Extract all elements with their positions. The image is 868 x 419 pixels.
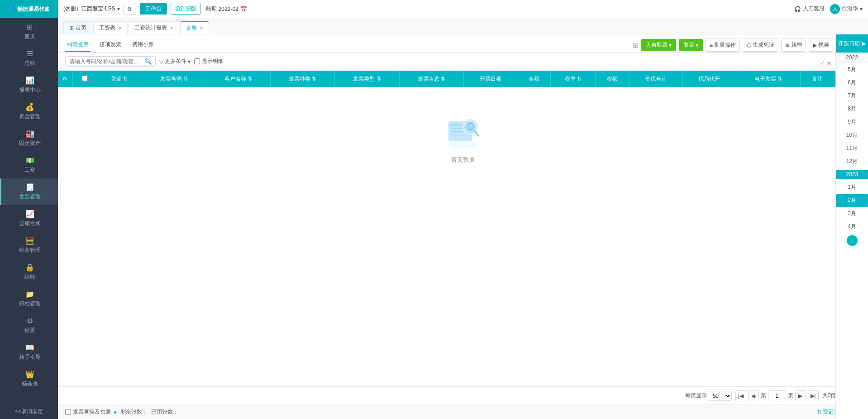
subtab-sales-invoice[interactable]: 销项发票: [65, 38, 91, 52]
switch-version-button[interactable]: 切到旧版: [171, 3, 200, 15]
show-detail-checkbox[interactable]: 显示明细: [194, 58, 224, 65]
month-2022-6[interactable]: 6月: [836, 76, 868, 89]
select-all-checkbox[interactable]: [82, 75, 88, 81]
per-page-selector: 每页显示 50 20 100: [685, 391, 732, 401]
tab-invoice[interactable]: 发票 ✕: [180, 21, 209, 34]
sidebar-item-assets[interactable]: 🏭 固定资产: [0, 125, 58, 152]
sidebar-item-invoice[interactable]: 🧾 发票管理: [0, 178, 58, 205]
close-invoice-tab[interactable]: ✕: [200, 26, 203, 31]
subtab-expense-receipt[interactable]: 费用小票: [130, 38, 156, 52]
col-amount[interactable]: 金额: [517, 71, 551, 87]
col-tax-total[interactable]: 价税合计: [629, 71, 682, 87]
month-2022-10[interactable]: 10月: [836, 129, 868, 142]
new-button[interactable]: ⊕ 新增: [781, 39, 806, 52]
company-selector[interactable]: (勿删）江西股宝-LSS ▾: [63, 5, 120, 13]
vip-icon: 👑: [25, 370, 34, 379]
tab-salary-table[interactable]: 工资表 ✕: [93, 21, 128, 34]
sort-icon: ⇅: [312, 76, 316, 82]
col-customer[interactable]: 客户名称 ⇅: [206, 71, 270, 87]
close-salary-table-tab[interactable]: ✕: [118, 25, 122, 30]
user-menu[interactable]: 人 徐溢华 ▾: [830, 4, 863, 14]
month-2022-11[interactable]: 11月: [836, 142, 868, 155]
col-invoice-cat[interactable]: 发票类型 ⇅: [335, 71, 399, 87]
video-button[interactable]: ▶ 视频: [809, 39, 833, 52]
sidebar-item-ledger[interactable]: ☰ 总账: [0, 45, 58, 72]
col-remark[interactable]: 备注: [800, 71, 834, 87]
close-panel-button[interactable]: ✕: [826, 60, 832, 67]
last-page-button[interactable]: ▶|: [808, 390, 819, 401]
prev-page-button[interactable]: ◀: [748, 390, 759, 401]
batch-ops-button[interactable]: ≡ 批量操作: [706, 39, 740, 52]
invoice-table: ⚙ 凭证 ⇅ 发票号码 ⇅ 客户名称 ⇅ 发票种类 ⇅: [58, 71, 868, 87]
tabbar: ⊞ 首页 工资表 ✕ 工资统计报表 ✕ 发票 ✕: [58, 18, 868, 34]
first-page-button[interactable]: |◀: [735, 390, 746, 401]
ticket-button[interactable]: 取票 ▾: [679, 39, 703, 51]
invoice-verify-checkbox[interactable]: 发票查验及拍照 ●: [65, 408, 117, 416]
sidebar-item-archive[interactable]: 📁 归档管理: [0, 285, 58, 312]
search-box[interactable]: 🔍: [65, 56, 156, 67]
sidebar-item-sales[interactable]: 📈 进销台账: [0, 205, 58, 232]
sort-icon: ⇅: [248, 76, 252, 82]
sort-icon: ⇅: [777, 76, 782, 82]
close-salary-stats-tab[interactable]: ✕: [170, 25, 173, 30]
grid-icon[interactable]: ⊞: [633, 41, 639, 49]
sales-icon: 📈: [25, 210, 34, 218]
sidebar-item-home[interactable]: ⊞ 首页: [0, 18, 58, 45]
logo-icon: 🔷: [9, 6, 15, 12]
scroll-down-button[interactable]: ↓: [847, 235, 858, 246]
svg-rect-4: [451, 131, 463, 132]
page-input[interactable]: [768, 390, 786, 401]
month-2023-2[interactable]: 2月: [836, 194, 868, 207]
empty-state: 暂无数据: [58, 87, 868, 191]
maximize-panel-button[interactable]: ⤢: [820, 60, 825, 66]
col-checkbox[interactable]: [72, 71, 97, 87]
col-tax-rate[interactable]: 税率 ⇅: [551, 71, 596, 87]
month-2022-8[interactable]: 8月: [836, 102, 868, 116]
show-detail-check[interactable]: [194, 58, 200, 64]
no-ticket-button[interactable]: 无自取票 ▾: [641, 39, 676, 51]
sidebar-item-reports[interactable]: 📊 报表中心: [0, 72, 58, 98]
copy-button[interactable]: ⧉: [124, 4, 136, 14]
video-icon: ▶: [813, 42, 817, 48]
filter-icon: ▽: [159, 58, 163, 65]
sidebar-item-vip[interactable]: 👑 畅会员: [0, 366, 58, 392]
sidebar-item-settings[interactable]: ⚙ 设置: [0, 312, 58, 339]
tab-salary-stats[interactable]: 工资统计报表 ✕: [129, 21, 179, 34]
col-open-date[interactable]: 开票日期: [463, 71, 517, 87]
col-tax-id[interactable]: 税局代开: [682, 71, 736, 87]
col-invoice-type[interactable]: 发票种类 ⇅: [271, 71, 335, 87]
sidebar-item-newbie[interactable]: 📖 新手引导: [0, 339, 58, 366]
calendar-icon[interactable]: 📅: [240, 6, 247, 12]
col-invoice-status[interactable]: 发票状态 ⇅: [399, 71, 463, 87]
sidebar-item-closing[interactable]: 🔒 结账: [0, 259, 58, 285]
col-tax[interactable]: 税额: [596, 71, 629, 87]
gen-voucher-button[interactable]: ⬡ 生成凭证: [743, 39, 778, 52]
sidebar-item-tax[interactable]: 🧮 税务管理: [0, 232, 58, 259]
col-invoice-no[interactable]: 发票号码 ⇅: [142, 71, 206, 87]
sidebar-item-salary[interactable]: 💵 工资: [0, 152, 58, 178]
customer-service-link[interactable]: 🎧 人工客服: [794, 5, 825, 13]
per-page-select[interactable]: 50 20 100: [709, 391, 732, 401]
more-filter-button[interactable]: ▽ 更多条件 ▾: [159, 58, 191, 65]
next-page-button[interactable]: ▶: [795, 390, 806, 401]
invoice-verify-check[interactable]: [65, 409, 71, 415]
date-panel-header[interactable]: 开票日期 ▶: [836, 34, 868, 53]
subtab-purchase-invoice[interactable]: 进项发票: [98, 38, 123, 52]
ledger-icon: ☰: [27, 49, 33, 58]
month-2022-12[interactable]: 12月: [836, 155, 868, 168]
month-2022-7[interactable]: 7月: [836, 89, 868, 102]
tab-home[interactable]: ⊞ 首页: [63, 21, 92, 34]
sidebar-item-funds[interactable]: 💰 资金管理: [0, 98, 58, 125]
col-voucher[interactable]: 凭证 ⇅: [97, 71, 142, 87]
col-e-invoice[interactable]: 电子发票 ⇅: [736, 71, 800, 87]
workspace-button[interactable]: 工作台: [140, 3, 167, 14]
month-2022-5[interactable]: 5月: [836, 63, 868, 76]
search-icon[interactable]: 🔍: [144, 58, 152, 65]
month-2022-9[interactable]: 9月: [836, 116, 868, 129]
month-2023-3[interactable]: 3月: [836, 207, 868, 220]
month-2023-1[interactable]: 1月: [836, 181, 868, 194]
month-2023-4[interactable]: 4月: [836, 220, 868, 233]
col-settings[interactable]: ⚙: [58, 71, 72, 87]
collapse-sidebar-button[interactable]: <<取消固定: [0, 404, 58, 419]
search-input[interactable]: [69, 58, 143, 65]
